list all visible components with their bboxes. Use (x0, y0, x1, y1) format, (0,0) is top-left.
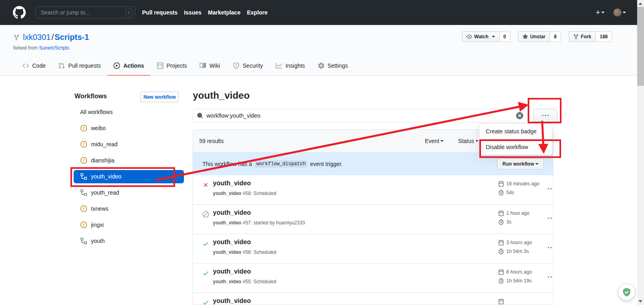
watch-count[interactable]: 0 (500, 31, 511, 42)
results-count: 59 results (199, 138, 224, 144)
check-icon (202, 241, 209, 247)
repo-name-link[interactable]: Scripts-1 (55, 33, 89, 41)
top-navbar: / Pull requests Issues Marketplace Explo… (0, 0, 637, 25)
run-row-58[interactable]: youth_video youth_video #58: Scheduled 1… (193, 175, 553, 205)
run-row-57[interactable]: youth_video youth_video #57: started by … (193, 205, 553, 234)
sidebar-item-dianshijia[interactable]: dianshijia (74, 152, 184, 168)
github-logo-icon[interactable] (13, 6, 26, 19)
page-title: youth_video (193, 90, 250, 101)
tab-actions[interactable]: Actions (107, 56, 150, 76)
stopwatch-icon (498, 249, 504, 254)
run-link[interactable]: youth_video (213, 209, 251, 216)
workflow-icon (80, 173, 87, 180)
nav-link-pull-requests[interactable]: Pull requests (142, 9, 178, 16)
sidebar-item-youth[interactable]: youth (74, 233, 184, 249)
tab-code[interactable]: Code (16, 56, 52, 76)
menu-item-create-status-badge[interactable]: Create status badge (479, 125, 552, 137)
user-menu-button[interactable] (613, 8, 626, 17)
gear-icon (318, 62, 324, 69)
kebab-icon (548, 186, 553, 192)
sidebar-item-youth-read[interactable]: youth_read (74, 185, 184, 201)
sidebar-item-youth-video[interactable]: youth_video (74, 170, 184, 183)
run-options-button[interactable] (548, 186, 553, 192)
run-duration: 3s (498, 219, 512, 225)
event-filter[interactable]: Event (425, 138, 444, 144)
circle-slash-icon (202, 211, 209, 218)
runs-search-input[interactable] (206, 112, 513, 119)
workflow-runs-panel: 59 results Event Status This workflow ha… (192, 129, 553, 305)
nav-link-marketplace[interactable]: Marketplace (208, 9, 241, 16)
page-scrollbar[interactable] (637, 0, 644, 305)
create-new-button[interactable]: + (596, 8, 605, 17)
pull-request-icon (58, 62, 65, 69)
tab-insights[interactable]: Insights (269, 56, 311, 76)
run-row-55[interactable]: youth_video youth_video #55: Scheduled 6… (193, 264, 553, 293)
shield-icon (233, 62, 239, 69)
run-options-button[interactable] (548, 245, 553, 251)
workflow-dispatch-banner: This workflow has aworkflow_dispatcheven… (193, 153, 553, 175)
tab-pull-requests[interactable]: Pull requests (52, 56, 107, 76)
sidebar-item-txnews[interactable]: txnews (74, 201, 184, 217)
run-options-button[interactable] (548, 274, 553, 280)
fork-source-link[interactable]: Sunert/Scripts (39, 45, 69, 51)
check-icon (202, 299, 209, 305)
nav-link-explore[interactable]: Explore (247, 9, 267, 16)
alert-icon (80, 125, 87, 131)
watch-button[interactable]: Watch (462, 31, 500, 42)
status-filter[interactable]: Status (458, 138, 479, 144)
fork-count[interactable]: 188 (596, 31, 612, 42)
alert-icon (80, 141, 87, 147)
run-link[interactable]: youth_video (213, 268, 251, 275)
sidebar-item-jingxi[interactable]: jingxi (74, 217, 184, 233)
run-row-partial[interactable]: youth_video (193, 293, 553, 305)
run-row-56[interactable]: youth_video youth_video #56: Scheduled 3… (193, 234, 553, 264)
calendar-icon (498, 299, 504, 304)
project-icon (157, 62, 163, 69)
search-icon (197, 112, 203, 119)
calendar-icon (498, 181, 504, 187)
clear-search-button[interactable] (516, 112, 523, 119)
kebab-icon (548, 245, 553, 251)
menu-item-disable-workflow[interactable]: Disable workflow (479, 141, 552, 153)
repo-owner-link[interactable]: lxk0301 (23, 33, 51, 41)
sidebar-item-weibo[interactable]: weibo (74, 120, 184, 136)
adblock-shield-badge[interactable] (619, 284, 635, 300)
run-link[interactable]: youth_video (213, 297, 251, 305)
scrollbar-thumb[interactable] (637, 7, 644, 86)
global-search[interactable]: / (35, 6, 135, 19)
run-link[interactable]: youth_video (213, 239, 251, 246)
workflow-more-options-button[interactable] (533, 109, 557, 122)
workflows-list: All workflows weibo midu_read dianshijia… (74, 104, 184, 249)
run-link[interactable]: youth_video (213, 180, 251, 187)
run-options-button[interactable] (548, 215, 553, 222)
sidebar-item-all-workflows[interactable]: All workflows (74, 104, 184, 120)
run-time: 3 hours ago (498, 240, 532, 245)
tab-settings[interactable]: Settings (312, 56, 355, 76)
workflow-icon (80, 238, 87, 244)
tab-security[interactable]: Security (227, 56, 270, 76)
scrollbar-up-arrow[interactable] (638, 2, 642, 5)
run-description: youth_video #56: Scheduled (213, 249, 276, 255)
nav-link-issues[interactable]: Issues (184, 9, 202, 16)
star-count[interactable]: 8 (550, 31, 561, 42)
unstar-button[interactable]: Unstar (518, 31, 550, 42)
tab-wiki[interactable]: Wiki (193, 56, 226, 76)
new-workflow-button[interactable]: New workflow (140, 91, 179, 102)
calendar-icon (498, 269, 504, 275)
scrollbar-down-arrow[interactable] (638, 300, 642, 303)
caret-down-icon (440, 140, 444, 143)
calendar-icon (498, 210, 504, 216)
caret-down-icon (623, 12, 626, 15)
repo-forked-icon (573, 34, 579, 39)
tab-projects[interactable]: Projects (151, 56, 194, 76)
global-search-input[interactable] (35, 6, 135, 19)
caret-down-icon (535, 163, 539, 166)
shield-check-icon (622, 287, 632, 297)
watch-group: Watch 0 (462, 31, 510, 42)
code-icon (23, 62, 29, 69)
stopwatch-icon (498, 190, 504, 195)
fork-button[interactable]: Fork (569, 31, 596, 42)
run-workflow-button[interactable]: Run workflow (497, 158, 544, 170)
calendar-icon (498, 240, 504, 245)
sidebar-item-midu-read[interactable]: midu_read (74, 136, 184, 152)
